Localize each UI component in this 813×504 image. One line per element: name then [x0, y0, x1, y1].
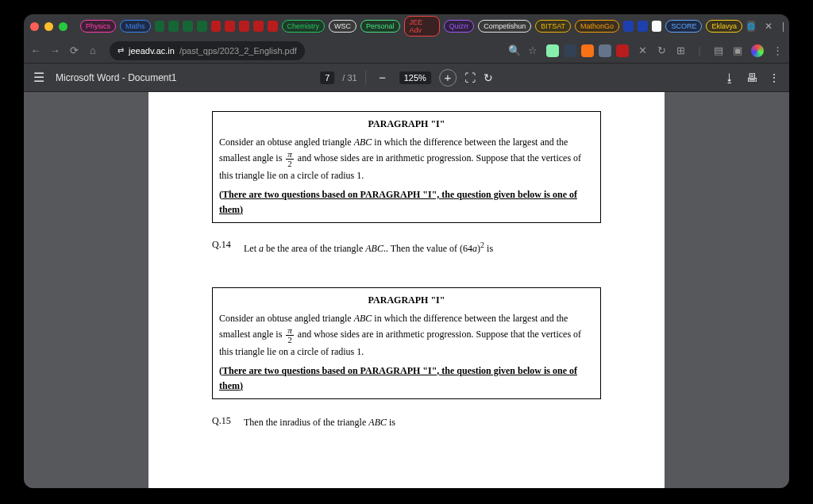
tab-group-chip[interactable]: Physics: [80, 20, 116, 33]
extension-icon[interactable]: [599, 44, 611, 57]
tab-favicon[interactable]: [623, 21, 634, 32]
paragraph-note: (There are two questions based on PARAGR…: [219, 187, 594, 217]
extensions-puzzle-icon[interactable]: ⊞: [675, 44, 686, 56]
tab-group-chip[interactable]: Personal: [360, 20, 400, 33]
paragraph-box-1: PARAGRAPH "I" Consider an obtuse angled …: [212, 111, 601, 223]
tab-group-chips: PhysicsMathsChemistryWSCPersonalJEE AdvQ…: [80, 16, 742, 37]
tab-favicon[interactable]: [211, 21, 222, 32]
zoom-in-button[interactable]: +: [439, 69, 457, 87]
question-text: Then the inradius of the triangle ABC is: [244, 415, 601, 429]
maximize-window-button[interactable]: [59, 22, 67, 31]
question-15: Q.15 Then the inradius of the triangle A…: [212, 415, 601, 429]
tab-group-chip[interactable]: MathonGo: [575, 20, 619, 33]
tab-divider: |: [782, 21, 784, 32]
extension-icon[interactable]: [546, 44, 559, 57]
tab-favicon[interactable]: 🌐: [747, 21, 755, 32]
page-current-input[interactable]: 7: [320, 71, 334, 84]
tab-favicon[interactable]: [155, 21, 165, 32]
zoom-out-button[interactable]: −: [374, 69, 391, 87]
site-settings-icon[interactable]: ⇄: [118, 46, 124, 55]
question-number: Q.14: [212, 239, 244, 256]
paragraph-note: (There are two questions based on PARAGR…: [219, 364, 594, 394]
pdf-viewport[interactable]: PARAGRAPH "I" Consider an obtuse angled …: [24, 92, 789, 488]
tab-favicon[interactable]: [225, 21, 235, 32]
url-host: jeeadv.ac.in: [129, 46, 175, 56]
minimize-window-button[interactable]: [44, 22, 53, 31]
extension-icon[interactable]: [616, 44, 629, 57]
pdf-toolbar: ☰ Microsoft Word - Document1 7 / 31 − 12…: [24, 63, 789, 92]
browser-window: PhysicsMathsChemistryWSCPersonalJEE AdvQ…: [24, 14, 789, 488]
tab-group-chip[interactable]: Maths: [120, 20, 151, 33]
tab-favicon[interactable]: [268, 21, 278, 32]
profile-avatar[interactable]: [751, 44, 764, 57]
extension-icon[interactable]: [581, 44, 594, 57]
paragraph-body: Consider an obtuse angled triangle ABC i…: [219, 135, 594, 183]
zoom-level[interactable]: 125%: [399, 71, 431, 84]
desktop-icon[interactable]: ▣: [732, 44, 743, 56]
side-panel-icon[interactable]: ▤: [713, 44, 724, 56]
forward-button[interactable]: →: [49, 44, 60, 56]
tab-group-chip[interactable]: JEE Adv: [404, 16, 440, 37]
pdf-right-controls: ⭳ 🖶 ⋮: [724, 71, 780, 84]
divider: |: [694, 44, 705, 56]
paragraph-body: Consider an obtuse angled triangle ABC i…: [219, 311, 594, 360]
browser-menu-button[interactable]: ⋮: [772, 44, 783, 56]
back-button[interactable]: ←: [30, 44, 41, 56]
page-separator: / 31: [342, 73, 356, 83]
url-path: /past_qps/2023_2_English.pdf: [179, 46, 297, 56]
tab-favicon[interactable]: [638, 21, 648, 32]
toolbar-separator: [365, 71, 366, 85]
question-text: Let a be the area of the triangle ABC.. …: [244, 239, 601, 256]
pdf-more-menu[interactable]: ⋮: [769, 71, 780, 84]
download-icon[interactable]: ⭳: [724, 71, 735, 84]
tab-group-chip[interactable]: WSC: [329, 20, 356, 33]
tab-favicon[interactable]: [652, 21, 662, 32]
tab-favicon[interactable]: [239, 21, 249, 32]
tab-favicon[interactable]: [197, 21, 207, 32]
url-bar: ← → ⟳ ⌂ ⇄ jeeadv.ac.in/past_qps/2023_2_E…: [24, 38, 789, 63]
close-window-button[interactable]: [30, 22, 39, 31]
print-icon[interactable]: 🖶: [746, 71, 757, 84]
window-controls: [30, 22, 67, 31]
tab-group-chip[interactable]: Eklavya: [706, 20, 742, 33]
tab-favicon[interactable]: [168, 21, 179, 32]
reload-button[interactable]: ⟳: [68, 44, 79, 56]
question-14: Q.14 Let a be the area of the triangle A…: [212, 239, 601, 256]
tab-group-chip[interactable]: SCORE: [665, 20, 702, 33]
paragraph-title: PARAGRAPH "I": [219, 117, 594, 132]
refresh-ext-icon[interactable]: ↻: [656, 44, 667, 56]
home-button[interactable]: ⌂: [87, 44, 98, 56]
scissors-icon[interactable]: ✕: [637, 44, 648, 56]
rotate-icon[interactable]: ↻: [484, 71, 493, 84]
paragraph-box-2: PARAGRAPH "I" Consider an obtuse angled …: [212, 287, 601, 399]
tab-favicon[interactable]: [183, 21, 193, 32]
tab-close-button[interactable]: ✕: [765, 21, 773, 32]
tab-favicon[interactable]: [253, 21, 264, 32]
tab-group-chip[interactable]: Chemistry: [282, 20, 326, 33]
document-title: Microsoft Word - Document1: [56, 72, 177, 83]
question-number: Q.15: [212, 415, 244, 429]
fit-page-icon[interactable]: ⛶: [464, 71, 476, 84]
tab-group-chip[interactable]: BITSAT: [535, 20, 571, 33]
pdf-page: PARAGRAPH "I" Consider an obtuse angled …: [148, 92, 665, 488]
url-right-controls: 🔍 ☆ ✕ ↻ ⊞ | ▤ ▣ ⋮: [508, 44, 783, 57]
menu-icon[interactable]: ☰: [33, 70, 44, 85]
extension-icon[interactable]: [564, 44, 576, 57]
extensions-row: [546, 44, 629, 57]
paragraph-title: PARAGRAPH "I": [219, 293, 594, 308]
zoom-indicator-icon[interactable]: 🔍: [508, 44, 519, 56]
pdf-center-controls: 7 / 31 − 125% + ⛶ ↻: [320, 69, 493, 87]
address-bar[interactable]: ⇄ jeeadv.ac.in/past_qps/2023_2_English.p…: [110, 41, 305, 60]
bookmark-star-icon[interactable]: ☆: [527, 44, 538, 56]
tab-bar: PhysicsMathsChemistryWSCPersonalJEE AdvQ…: [24, 14, 789, 38]
tab-group-chip[interactable]: Quizrr: [444, 20, 475, 33]
tab-group-chip[interactable]: Competishun: [478, 20, 531, 33]
